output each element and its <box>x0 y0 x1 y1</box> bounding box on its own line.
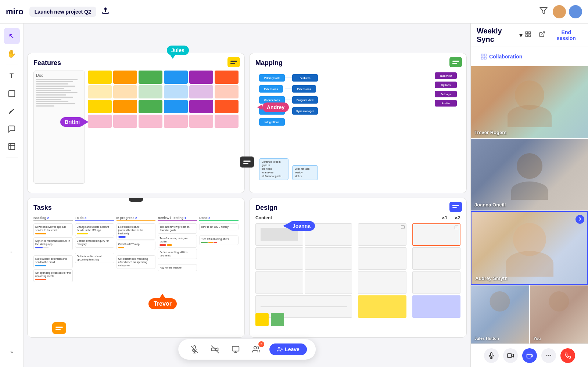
panel-end-call-button[interactable] <box>560 348 575 363</box>
video-row-bottom: Jules Hutton You <box>471 285 588 343</box>
video-cell-audrey: 🎙 Audrey Smyth <box>471 211 588 285</box>
design-content: Content v.1 v.2 <box>255 215 460 328</box>
chat-bubble-center[interactable] <box>240 156 254 168</box>
grid-view-button[interactable] <box>523 29 534 42</box>
avatar-1[interactable] <box>553 5 566 18</box>
panel-hand-button[interactable] <box>522 348 537 363</box>
sticky-design-2 <box>271 313 284 326</box>
svg-rect-17 <box>528 35 530 37</box>
chat-bubble-orange[interactable] <box>52 322 66 334</box>
map-node-5: Integrations <box>259 118 285 126</box>
avatar-2[interactable] <box>569 5 582 18</box>
leave-button[interactable]: Leave <box>269 343 307 355</box>
kanban-card-b6: Turn off marketing offers <box>199 235 239 245</box>
kanban-card-5: Like/dislike feature (authentification i… <box>116 223 156 240</box>
canvas-area[interactable]: Features Doc <box>24 24 470 367</box>
external-link-button[interactable] <box>537 29 548 42</box>
camera-button[interactable] <box>208 342 222 357</box>
kanban-card-b1: Make a bank extension and send to the em… <box>33 255 73 268</box>
top-bar-right <box>537 4 582 19</box>
chat-bubble-tasks[interactable] <box>129 198 143 202</box>
features-section: Features Doc <box>27 53 245 193</box>
mute-button[interactable] <box>187 342 202 357</box>
tool-sticky[interactable] <box>4 86 20 102</box>
filter-button[interactable] <box>537 4 550 19</box>
chat-bubble-features[interactable] <box>227 57 240 67</box>
design-table-header: Content v.1 v.2 <box>255 215 460 220</box>
design-stickies <box>255 313 284 326</box>
tasks-title: Tasks <box>33 204 239 212</box>
cursor-andrey: Andrey <box>262 102 289 112</box>
svg-rect-10 <box>232 346 239 351</box>
kanban-card-9: Set up launching utilities payments <box>158 249 197 259</box>
doc-block: Doc <box>33 71 85 184</box>
end-session-button[interactable]: End session <box>551 27 582 43</box>
tool-more[interactable]: ··· <box>4 244 20 260</box>
map-node-r2: Options <box>435 82 457 88</box>
panel-mic-button[interactable] <box>484 348 499 363</box>
right-panel: Weekly Sync ▾ End session <box>470 24 588 367</box>
map-node-2: Extensions <box>259 85 283 93</box>
video-cell-joanna: Joanna Oneill <box>471 139 588 212</box>
map-node-r3: Settings <box>435 91 457 97</box>
tool-pen[interactable] <box>4 103 20 119</box>
panel-more-button[interactable]: ⋯ <box>541 348 556 363</box>
map-node-c2: Extensions <box>292 85 316 93</box>
kanban-card-7: Test and review project on financial goa… <box>158 223 197 234</box>
cursor-brittni: Brittni <box>60 117 84 127</box>
kanban-card-b3: Get information about upcoming items tag <box>75 253 114 263</box>
session-title-text: Weekly Sync <box>477 27 517 44</box>
video-name-jules: Jules Hutton <box>474 336 499 341</box>
tool-hand[interactable]: ✋ <box>4 46 20 62</box>
svg-rect-19 <box>481 54 483 56</box>
cursor-joanna: Joanna <box>288 221 315 231</box>
tool-text[interactable]: T <box>4 68 20 84</box>
kanban-col-todo: To do 3 Change and update account detail… <box>75 215 114 328</box>
cursor-label-joanna: Joanna <box>293 223 311 229</box>
panel-camera-button[interactable] <box>503 348 518 363</box>
wireframe-v1 <box>358 223 406 318</box>
toolbar-divider-2 <box>6 158 18 158</box>
chat-bubble-mapping[interactable] <box>449 57 462 67</box>
video-name-trever: Trever Rogers <box>474 130 506 135</box>
tool-comment[interactable] <box>4 121 20 137</box>
tasks-section: Tasks Backlog 2 Download evolved a <box>27 198 245 338</box>
wireframe-v2 <box>412 223 461 318</box>
kanban-header-done: Done 3 <box>199 215 239 221</box>
chat-bubble-design[interactable] <box>449 202 462 212</box>
kanban-card-b5: Pay for the website <box>158 264 197 271</box>
svg-line-9 <box>211 346 219 353</box>
kanban-card-b4: Get customized marketing offers based on… <box>116 255 156 269</box>
share-button[interactable] <box>99 4 112 19</box>
design-col-v2: v.2 <box>455 215 460 220</box>
kanban-col-review: Review / Testing 1 Test and review proje… <box>158 215 197 328</box>
kanban-header-review: Review / Testing 1 <box>158 215 197 221</box>
header-icons: End session <box>523 27 582 43</box>
collaboration-button[interactable]: Collaboration <box>477 51 526 62</box>
features-title: Features <box>33 59 239 67</box>
kanban-col-backlog: Backlog 2 Download evolved app add servi… <box>33 215 73 328</box>
miro-logo: miro <box>6 7 24 17</box>
project-title[interactable]: Launch new project Q2 <box>29 7 96 17</box>
kanban-card-4: Search extraction inquiry for category <box>75 237 114 248</box>
kanban-card-2: Sign-in to merchant account in the start… <box>33 237 73 250</box>
map-node-c1: Features <box>292 74 318 82</box>
svg-rect-24 <box>507 353 511 357</box>
mindmap: Primary task Extensions Connections Flow… <box>255 71 460 184</box>
participants-wrapper: 3 <box>249 342 263 357</box>
cursor-label-andrey: Andrey <box>267 104 284 110</box>
kanban-card-1: Download evolved app add service to the … <box>33 223 73 236</box>
kanban-card-6: Growth all ITS app <box>116 241 156 250</box>
tool-frame[interactable] <box>4 138 20 155</box>
tool-select[interactable]: ↖ <box>4 28 20 44</box>
collapse-toolbar-button[interactable]: « <box>4 343 20 360</box>
screen-share-button[interactable] <box>228 342 243 357</box>
mapping-section: Mapping Primary task Extensions Connecti… <box>249 53 467 193</box>
right-panel-header: Weekly Sync ▾ End session <box>471 24 588 47</box>
leave-label: Leave <box>285 346 300 352</box>
map-node-r4: Profile <box>435 100 457 107</box>
session-dropdown-button[interactable]: ▾ <box>519 31 523 39</box>
svg-rect-14 <box>526 32 527 33</box>
wireframe-content <box>255 223 352 318</box>
svg-rect-2 <box>8 144 15 150</box>
